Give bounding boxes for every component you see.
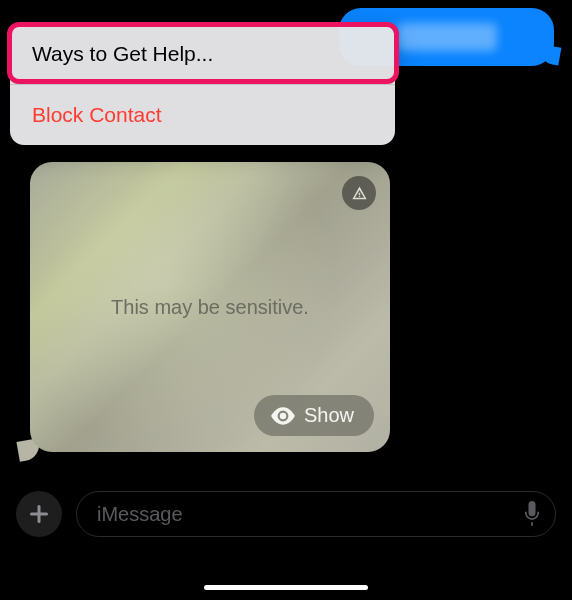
plus-icon	[29, 504, 49, 524]
message-input[interactable]: iMessage	[76, 491, 556, 537]
sensitive-warning-text: This may be sensitive.	[111, 296, 309, 319]
home-indicator[interactable]	[204, 585, 368, 590]
ways-to-get-help-button[interactable]: Ways to Get Help...	[10, 24, 395, 84]
redacted-text	[397, 23, 497, 51]
show-label: Show	[304, 404, 354, 427]
compose-bar: iMessage	[16, 490, 556, 538]
eye-icon	[270, 407, 296, 425]
warning-icon	[342, 176, 376, 210]
sensitive-content-card[interactable]: This may be sensitive. Show	[30, 162, 390, 452]
context-menu: Ways to Get Help... Block Contact	[10, 24, 395, 145]
input-placeholder: iMessage	[97, 503, 523, 526]
add-button[interactable]	[16, 491, 62, 537]
show-button[interactable]: Show	[254, 395, 374, 436]
block-contact-button[interactable]: Block Contact	[10, 85, 395, 145]
microphone-icon[interactable]	[523, 501, 541, 527]
svg-rect-1	[30, 513, 48, 516]
bubble-tail	[539, 44, 562, 65]
